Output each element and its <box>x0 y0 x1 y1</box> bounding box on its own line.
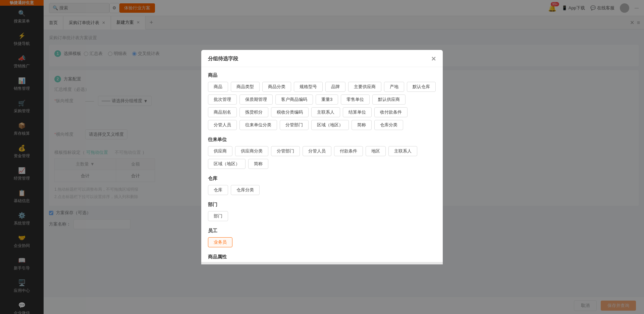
field-section-4: 员工业务员 <box>208 228 436 247</box>
field-tag-0-9[interactable]: 保质期管理 <box>239 95 273 105</box>
modal-body[interactable]: 商品商品商品类型商品分类规格型号品牌主要供应商产地默认仓库批次管理保质期管理客户… <box>201 67 443 262</box>
field-tag-0-20[interactable]: 分管人员 <box>208 120 237 130</box>
field-tag-0-10[interactable]: 客户商品编码 <box>275 95 313 105</box>
field-tag-0-14[interactable]: 商品别名 <box>208 107 237 117</box>
field-tag-0-24[interactable]: 简称 <box>352 120 372 130</box>
field-section-2: 仓库仓库仓库分类 <box>208 176 436 195</box>
field-tag-0-3[interactable]: 规格型号 <box>294 82 323 92</box>
field-tag-0-5[interactable]: 主要供应商 <box>348 82 381 92</box>
field-tag-0-6[interactable]: 产地 <box>384 82 404 92</box>
field-tags-3: 部门 <box>208 211 436 221</box>
field-tag-0-7[interactable]: 默认仓库 <box>407 82 436 92</box>
field-tag-1-2[interactable]: 分管部门 <box>271 146 300 156</box>
field-tag-0-13[interactable]: 默认供应商 <box>372 95 406 105</box>
section-title-0: 商品 <box>208 72 436 78</box>
field-tag-0-17[interactable]: 主联系人 <box>311 107 340 117</box>
field-tags-4: 业务员 <box>208 237 436 247</box>
field-tag-0-25[interactable]: 仓库分类 <box>374 120 403 130</box>
field-section-1: 往来单位供应商供应商分类分管部门分管人员付款条件地区主联系人区域（地区）简称 <box>208 137 436 169</box>
field-tags-0: 商品商品类型商品分类规格型号品牌主要供应商产地默认仓库批次管理保质期管理客户商品… <box>208 82 436 130</box>
field-tag-2-1[interactable]: 仓库分类 <box>231 185 260 195</box>
field-tag-1-1[interactable]: 供应商分类 <box>235 146 268 156</box>
section-title-4: 员工 <box>208 228 436 234</box>
field-tag-0-21[interactable]: 往来单位分类 <box>239 120 277 130</box>
field-tag-1-8[interactable]: 简称 <box>248 159 268 169</box>
field-tags-1: 供应商供应商分类分管部门分管人员付款条件地区主联系人区域（地区）简称 <box>208 146 436 169</box>
modal-hscroll[interactable] <box>201 262 443 264</box>
field-tag-1-5[interactable]: 地区 <box>366 146 386 156</box>
field-tag-3-0[interactable]: 部门 <box>208 211 228 221</box>
field-section-3: 部门部门 <box>208 202 436 221</box>
field-section-0: 商品商品商品类型商品分类规格型号品牌主要供应商产地默认仓库批次管理保质期管理客户… <box>208 72 436 130</box>
section-title-2: 仓库 <box>208 176 436 182</box>
field-tags-2: 仓库仓库分类 <box>208 185 436 195</box>
field-tag-0-19[interactable]: 收付款条件 <box>374 107 408 117</box>
field-tag-0-15[interactable]: 拣货积分 <box>239 107 268 117</box>
field-tag-0-18[interactable]: 结算单位 <box>343 107 372 117</box>
field-tag-0-11[interactable]: 重量3 <box>316 95 338 105</box>
field-tag-1-6[interactable]: 主联系人 <box>388 146 417 156</box>
section-title-5: 商品属性 <box>208 254 436 260</box>
modal-close-button[interactable]: ✕ <box>431 55 436 63</box>
field-tag-1-0[interactable]: 供应商 <box>208 146 232 156</box>
modal-dialog: 分组待选字段 ✕ 商品商品商品类型商品分类规格型号品牌主要供应商产地默认仓库批次… <box>201 50 443 264</box>
field-tag-2-0[interactable]: 仓库 <box>208 185 228 195</box>
field-tag-1-4[interactable]: 付款条件 <box>334 146 363 156</box>
field-tag-0-23[interactable]: 区域（地区） <box>311 120 349 130</box>
field-tag-4-0[interactable]: 业务员 <box>208 237 232 247</box>
field-tag-0-12[interactable]: 零售单位 <box>341 95 370 105</box>
modal-title: 分组待选字段 <box>208 56 238 62</box>
section-title-3: 部门 <box>208 202 436 208</box>
field-tag-0-8[interactable]: 批次管理 <box>208 95 237 105</box>
field-tag-0-4[interactable]: 品牌 <box>325 82 345 92</box>
field-tag-0-0[interactable]: 商品 <box>208 82 228 92</box>
field-section-5: 商品属性属性颜色多规格尺码鞋码1 <box>208 254 436 262</box>
field-tag-1-3[interactable]: 分管人员 <box>303 146 331 156</box>
field-tag-0-22[interactable]: 分管部门 <box>280 120 309 130</box>
field-tag-0-1[interactable]: 商品类型 <box>231 82 260 92</box>
field-tag-0-2[interactable]: 商品分类 <box>262 82 291 92</box>
section-title-1: 往来单位 <box>208 137 436 143</box>
field-tag-0-16[interactable]: 税收分类编码 <box>271 107 309 117</box>
modal-overlay: 分组待选字段 ✕ 商品商品商品类型商品分类规格型号品牌主要供应商产地默认仓库批次… <box>0 0 644 314</box>
modal-header: 分组待选字段 ✕ <box>201 50 443 67</box>
field-tag-1-7[interactable]: 区域（地区） <box>208 159 246 169</box>
